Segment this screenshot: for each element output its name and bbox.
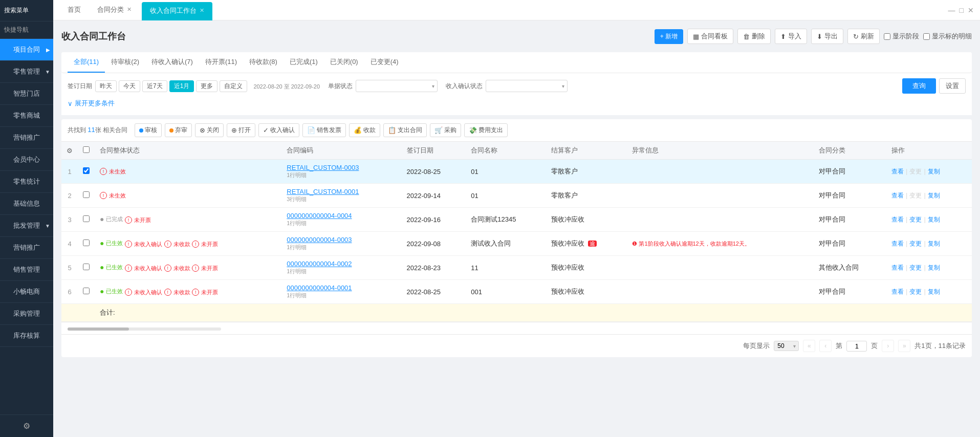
expense-out-button[interactable]: 💸费用支出 [464,123,508,137]
import-button[interactable]: ⬆ 导入 [775,29,807,44]
filter-tab-closed[interactable]: 已关闭(0) [324,52,364,73]
op-change[interactable]: 变更 [909,239,922,248]
contract-link[interactable]: 0000000000004-0001 [287,284,352,292]
filter-tab-pending-payment[interactable]: 待收款(8) [243,52,284,73]
h-scrollbar[interactable] [68,327,221,331]
op-view[interactable]: 查看 [891,264,904,272]
close-window-icon[interactable]: ✕ [968,6,974,14]
sidebar-search[interactable]: 搜索菜单 [0,0,53,21]
sidebar-item-retail-mall[interactable]: 零售商城 [0,105,53,127]
contract-link[interactable]: 0000000000004-0002 [287,260,352,268]
th-gear[interactable]: ⚙ [61,142,78,160]
select-all-checkbox[interactable] [83,146,90,153]
refresh-button[interactable]: ↻ 刷新 [847,29,880,44]
op-copy[interactable]: 复制 [928,167,940,176]
sidebar-item-retail-stats[interactable]: 零售统计 [0,171,53,193]
op-view[interactable]: 查看 [891,288,904,296]
filter-tab-pending-review[interactable]: 待审核(2) [105,52,145,73]
last-page-button[interactable]: » [898,340,910,352]
tab-contract-category[interactable]: 合同分类 ✕ [89,0,140,20]
sidebar-item-smart-store[interactable]: 智慧门店 [0,83,53,105]
sidebar-item-basic-info[interactable]: 基础信息 [0,193,53,215]
sidebar-item-marketing2[interactable]: 营销推广 [0,237,53,259]
page-size-select[interactable]: 10 20 50 100 [774,341,799,351]
op-copy[interactable]: 复制 [928,215,940,224]
setting-button[interactable]: 设置 [939,78,966,94]
export-button[interactable]: ⬇ 导出 [811,29,843,44]
tab-income-contract[interactable]: 收入合同工作台 ✕ [142,2,212,20]
sidebar-item-purchase[interactable]: 采购管理 [0,303,53,325]
abandon-audit-button[interactable]: 弃审 [165,123,192,137]
page-number-input[interactable] [846,341,867,352]
sidebar-item-ecommerce[interactable]: 小畅电商 [0,281,53,303]
show-fields-checkbox[interactable] [884,33,890,40]
date-btn-today[interactable]: 今天 [119,80,140,92]
sidebar-item-wholesale[interactable]: 批发管理 ▼ [0,215,53,237]
sidebar-item-project-contract[interactable]: 项目合同 ▶ [0,39,53,61]
sidebar-nav[interactable]: 快捷导航 [0,21,53,39]
delete-button[interactable]: 🗑 删除 [737,29,771,44]
confirm-status-select[interactable] [486,80,568,92]
op-view[interactable]: 查看 [891,239,904,248]
show-fields-label[interactable]: 显示阶段 [884,32,919,41]
date-btn-custom[interactable]: 自定义 [220,80,247,92]
close-tab-contract-category[interactable]: ✕ [127,6,132,13]
new-button[interactable]: + 新增 [655,29,683,44]
op-copy[interactable]: 复制 [928,264,940,272]
sales-invoice-button[interactable]: 📄销售发票 [302,123,346,137]
row-checkbox[interactable] [83,288,90,294]
row-checkbox[interactable] [83,191,90,198]
op-copy[interactable]: 复制 [928,239,940,248]
filter-tab-pending-invoice[interactable]: 待开票(11) [199,52,243,73]
contract-link[interactable]: 0000000000004-0004 [287,212,352,220]
query-button[interactable]: 查询 [902,78,936,94]
show-detail-label[interactable]: 显示标的明细 [923,32,972,41]
dashboard-button[interactable]: ▦ 合同看板 [687,29,733,44]
date-btn-1month[interactable]: 近1月 [169,80,194,92]
sidebar-item-sales[interactable]: 销售管理 [0,259,53,281]
minimize-icon[interactable]: — [948,6,955,14]
sidebar-item-marketing[interactable]: 营销推广 [0,127,53,149]
op-change[interactable]: 变更 [909,215,922,224]
settings-icon[interactable]: ⚙ [23,422,30,430]
sidebar-item-member[interactable]: 会员中心 [0,149,53,171]
row-checkbox[interactable] [83,239,90,246]
filter-tab-completed[interactable]: 已完成(1) [284,52,324,73]
contract-link[interactable]: RETAIL_CUSTOM-0003 [287,164,359,171]
expense-contract-button[interactable]: 📋支出合同 [383,123,427,137]
date-btn-7days[interactable]: 近7天 [142,80,167,92]
op-view[interactable]: 查看 [891,215,904,224]
filter-tab-all[interactable]: 全部(11) [68,52,105,73]
audit-button[interactable]: 审核 [135,123,162,137]
open-contract-button[interactable]: ⊕打开 [227,123,255,137]
receive-payment-button[interactable]: 💰收款 [349,123,380,137]
purchase-button[interactable]: 🛒采购 [430,123,461,137]
sidebar-item-inventory[interactable]: 库存核算 [0,325,53,347]
next-page-button[interactable]: › [882,340,894,352]
first-page-button[interactable]: « [803,340,815,352]
sidebar-item-retail-management[interactable]: 零售管理 ▼ [0,61,53,83]
op-change[interactable]: 变更 [909,264,922,272]
close-contract-button[interactable]: ⊗关闭 [195,123,224,137]
doc-status-select[interactable] [356,80,438,92]
row-checkbox[interactable] [83,264,90,270]
contract-link[interactable]: RETAIL_CUSTOM-0001 [287,188,359,195]
contract-link[interactable]: 0000000000004-0003 [287,236,352,244]
row-checkbox[interactable] [83,215,90,222]
op-view[interactable]: 查看 [891,167,904,176]
row-checkbox[interactable] [83,167,90,174]
date-btn-more[interactable]: 更多 [196,80,217,92]
op-copy[interactable]: 复制 [928,288,940,296]
expand-more-button[interactable]: ∨ 展开更多条件 [68,97,115,110]
show-detail-checkbox[interactable] [923,33,930,40]
filter-tab-pending-confirm[interactable]: 待收入确认(7) [145,52,199,73]
op-view[interactable]: 查看 [891,191,904,200]
tab-home[interactable]: 首页 [59,0,89,20]
op-copy[interactable]: 复制 [928,191,940,200]
date-btn-yesterday[interactable]: 昨天 [95,80,117,92]
filter-tab-changed[interactable]: 已变更(4) [364,52,405,73]
income-confirm-button[interactable]: ✓收入确认 [258,123,299,137]
op-change[interactable]: 变更 [909,288,922,296]
close-tab-income[interactable]: ✕ [200,7,204,14]
maximize-icon[interactable]: □ [960,6,964,14]
